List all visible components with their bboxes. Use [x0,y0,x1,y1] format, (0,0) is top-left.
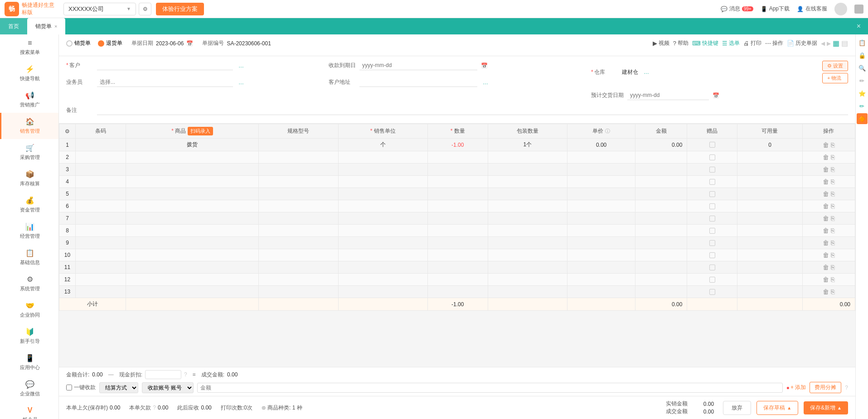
row-barcode[interactable] [76,274,126,286]
row-product[interactable] [126,225,258,237]
print-btn[interactable]: 🖨 打印 [743,39,761,47]
row-unit[interactable] [338,249,427,261]
row-gift[interactable] [687,237,737,249]
row-copy-icon[interactable]: ⎘ [831,276,834,283]
sidebar-item-system[interactable]: ⚙ 系统管理 [0,270,58,297]
pay-method-select[interactable]: 结算方式 [99,382,138,393]
row-product[interactable] [126,286,258,298]
delivery-calendar-icon[interactable]: 📅 [713,92,719,99]
row-gift[interactable] [687,261,737,274]
row-amount[interactable] [635,200,687,212]
app-download-btn[interactable]: 📱 App下载 [761,5,790,13]
row-product[interactable] [126,261,258,274]
row-copy-icon[interactable]: ⎘ [831,251,834,259]
shortcut-btn[interactable]: ⌨ 快捷键 [692,39,718,47]
row-gift[interactable] [687,139,737,151]
help-btn[interactable]: ? 帮助 [673,39,689,47]
row-barcode[interactable] [76,249,126,261]
sales-order-radio[interactable]: 销货单 [66,39,91,47]
discount-help-icon[interactable]: ? [184,371,187,378]
row-unit[interactable] [338,261,427,274]
row-spec[interactable] [258,237,338,249]
tab-sales-order[interactable]: 销货单 × [27,18,65,34]
right-tool-pen[interactable]: ✏ [857,101,868,111]
row-price[interactable] [567,249,635,261]
row-barcode[interactable] [76,261,126,274]
right-tool-lock[interactable]: 🔒 [857,50,868,61]
row-qty[interactable] [428,249,488,261]
row-price[interactable]: 0.00 [567,139,635,151]
row-pkg-qty[interactable] [488,200,567,212]
close-all-icon[interactable]: × [849,18,868,34]
row-copy-icon[interactable]: ⎘ [831,288,834,295]
nav-next-icon[interactable]: ▶ [827,40,831,47]
warehouse-dots[interactable]: … [644,69,649,75]
row-pkg-qty[interactable] [488,212,567,225]
row-unit[interactable] [338,274,427,286]
row-gift[interactable] [687,151,737,164]
trial-button[interactable]: 体验行业方案 [156,3,204,15]
row-spec[interactable] [258,139,338,151]
row-unit[interactable]: 个 [338,139,427,151]
row-spec[interactable] [258,286,338,298]
row-gift[interactable] [687,249,737,261]
row-gift[interactable] [687,164,737,176]
row-gift[interactable] [687,176,737,188]
salesperson-input[interactable] [97,77,233,87]
delivery-date-input[interactable] [627,91,709,100]
row-qty[interactable] [428,176,488,188]
row-price[interactable] [567,225,635,237]
row-gift[interactable] [687,225,737,237]
logistics-button[interactable]: + 物流 [822,73,848,83]
discount-input[interactable] [145,370,181,379]
row-price[interactable] [567,212,635,225]
row-amount[interactable] [635,286,687,298]
row-unit[interactable] [338,151,427,164]
row-unit[interactable] [338,286,427,298]
row-qty[interactable] [428,200,488,212]
row-pkg-qty[interactable] [488,237,567,249]
sidebar-item-inventory[interactable]: 📦 库存核算 [0,165,58,192]
sidebar-item-marketing[interactable]: 📢 营销推广 [0,87,58,113]
row-product[interactable]: 拨货 [126,139,258,151]
settings-button[interactable]: ⚙ 设置 [822,61,848,71]
row-delete-icon[interactable]: 🗑 [823,227,829,234]
sidebar-item-finance[interactable]: 💰 资金管理 [0,192,58,218]
sidebar-item-purchase[interactable]: 🛒 采购管理 [0,139,58,165]
return-order-radio[interactable]: 退货单 [98,39,122,47]
row-barcode[interactable] [76,164,126,176]
due-date-input[interactable] [359,61,477,70]
row-delete-icon[interactable]: 🗑 [823,202,829,210]
row-pkg-qty[interactable] [488,225,567,237]
fee-split-btn[interactable]: 费用分摊 [810,382,841,393]
tab-close-icon[interactable]: × [54,24,57,29]
row-product[interactable] [126,164,258,176]
customer-dots[interactable]: … [238,63,244,69]
row-amount[interactable] [635,274,687,286]
row-delete-icon[interactable]: 🗑 [823,215,829,222]
sidebar-item-quick-nav[interactable]: ⚡ 快捷导航 [0,60,58,87]
row-unit[interactable] [338,164,427,176]
row-barcode[interactable] [76,139,126,151]
row-copy-icon[interactable]: ⎘ [831,227,834,234]
sidebar-item-enterprise[interactable]: 🤝 企业协同 [0,297,58,323]
row-qty[interactable] [428,261,488,274]
row-spec[interactable] [258,164,338,176]
row-barcode[interactable] [76,200,126,212]
sidebar-item-basic[interactable]: 📋 基础信息 [0,244,58,270]
row-amount[interactable] [635,261,687,274]
row-delete-icon[interactable]: 🗑 [823,178,829,185]
operate-btn[interactable]: ⋯ 操作 [765,39,783,47]
row-qty[interactable] [428,225,488,237]
row-delete-icon[interactable]: 🗑 [823,239,829,246]
row-product[interactable] [126,212,258,225]
row-spec[interactable] [258,212,338,225]
row-product[interactable] [126,151,258,164]
row-gift[interactable] [687,274,737,286]
row-price[interactable] [567,188,635,200]
row-price[interactable] [567,237,635,249]
row-spec[interactable] [258,225,338,237]
row-pkg-qty[interactable] [488,261,567,274]
sidebar-item-search[interactable]: ≡ 搜索菜单 [0,34,58,60]
sidebar-item-guide[interactable]: 🔰 新手引导 [0,323,58,349]
